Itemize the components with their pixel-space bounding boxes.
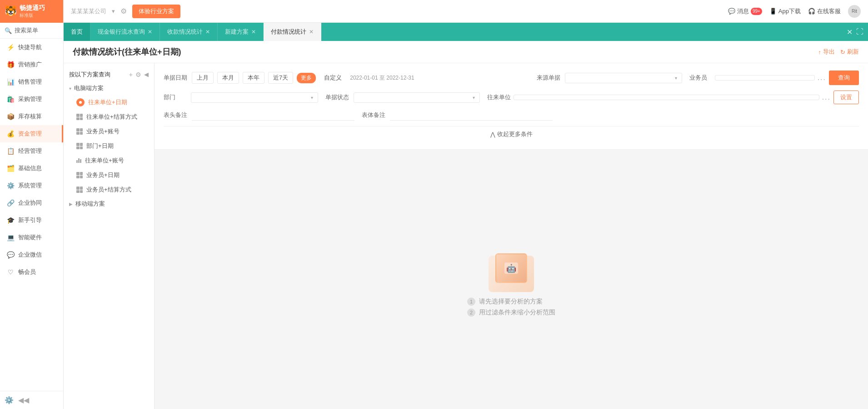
source-select[interactable]: ▾ xyxy=(565,73,682,83)
tab-home[interactable]: 首页 xyxy=(64,23,90,41)
sidebar-item-label: 库存核算 xyxy=(18,112,42,121)
dept-select[interactable]: ▾ xyxy=(191,92,318,103)
table-header-note-input[interactable] xyxy=(192,110,354,121)
quick-nav-icon: ⚡ xyxy=(6,43,15,51)
scheme-item-unit-account[interactable]: 往来单位+账号 xyxy=(64,153,154,168)
tab-bank-flow-close[interactable]: ✕ xyxy=(148,29,152,35)
collapse-sidebar-icon[interactable]: ◀◀ xyxy=(18,396,29,404)
message-badge: 99+ xyxy=(751,8,762,15)
scheme-item-label: 业务员+账号 xyxy=(86,127,120,136)
tab-payment-stats-close[interactable]: ✕ xyxy=(309,29,314,35)
export-btn[interactable]: ↑ 导出 xyxy=(818,48,835,56)
scheme-collapse-btn[interactable]: ◀ xyxy=(144,71,149,78)
this-year-btn[interactable]: 本年 xyxy=(243,72,264,84)
scheme-item-unit-settle[interactable]: 往来单位+结算方式 xyxy=(64,110,154,124)
scheme-settings-btn[interactable]: ⚙ xyxy=(135,71,141,78)
export-label: 导出 xyxy=(823,48,835,56)
empty-hint-2: 2 用过滤条件来缩小分析范围 xyxy=(467,308,555,317)
sidebar-item-enterprise[interactable]: 🔗 企业协同 xyxy=(0,194,63,212)
filter-date-col: 单据日期 上月 本月 本年 近7天 更多 自定义 2022-01-01 至 20… xyxy=(164,72,529,84)
this-month-btn[interactable]: 本月 xyxy=(217,72,239,84)
sidebar-item-hardware[interactable]: 💻 智能硬件 xyxy=(0,229,63,246)
scheme-item-staff-settle[interactable]: 业务员+结算方式 xyxy=(64,182,154,197)
tab-payment-stats[interactable]: 付款情况统计 ✕ xyxy=(264,23,321,41)
sidebar-item-quick-nav[interactable]: ⚡ 快捷导航 xyxy=(0,39,63,56)
tab-bank-flow[interactable]: 现金银行流水查询 ✕ xyxy=(90,23,160,41)
date-label: 单据日期 xyxy=(164,74,187,82)
sidebar-item-inventory[interactable]: 📦 库存核算 xyxy=(0,108,63,125)
collapse-more-btn[interactable]: ⋀ 收起更多条件 xyxy=(164,126,859,142)
sidebar-item-label: 营销推广 xyxy=(18,61,42,69)
sidebar-header: 🐯 畅捷通巧 标准版 xyxy=(0,0,63,23)
messages-btn[interactable]: 💬 消息 99+ xyxy=(728,7,762,15)
tab-new-scheme-close[interactable]: ✕ xyxy=(251,29,256,35)
sidebar-search[interactable]: 🔍 搜索菜单 xyxy=(0,23,63,39)
finance-icon: 💰 xyxy=(6,130,15,138)
custom-btn[interactable]: 自定义 xyxy=(319,72,346,83)
tab-home-label: 首页 xyxy=(71,28,83,36)
sidebar-item-sales[interactable]: 📊 销售管理 xyxy=(0,73,63,91)
scheme-item-staff-account[interactable]: 业务员+账号 xyxy=(64,124,154,139)
trial-btn[interactable]: 体验行业方案 xyxy=(132,5,180,18)
avatar[interactable]: Rit xyxy=(848,5,861,18)
member-icon: ♡ xyxy=(6,268,15,276)
unit-select[interactable] xyxy=(514,95,819,100)
scheme-mobile-group-header[interactable]: ▶ 移动端方案 xyxy=(64,197,154,211)
hint2-text: 用过滤条件来缩小分析范围 xyxy=(479,308,555,317)
doc-status-select[interactable]: ▾ xyxy=(354,92,480,103)
sidebar-item-purchase[interactable]: 🛍️ 采购管理 xyxy=(0,91,63,108)
staff-select[interactable] xyxy=(715,75,815,81)
last-month-btn[interactable]: 上月 xyxy=(192,72,214,84)
hint1-text: 请先选择要分析的方案 xyxy=(479,298,543,306)
sidebar-item-guide[interactable]: 🎓 新手引导 xyxy=(0,212,63,229)
scheme-item-staff-date[interactable]: 业务员+日期 xyxy=(64,168,154,182)
expand-tabs-btn[interactable]: ⛶ xyxy=(856,28,863,36)
page-header: 付款情况统计(往来单位+日期) ↑ 导出 ↻ 刷新 xyxy=(64,41,868,63)
settings-btn[interactable]: 设置 xyxy=(833,91,859,104)
scheme-item-label: 部门+日期 xyxy=(86,142,114,150)
sidebar-item-operations[interactable]: 📋 经营管理 xyxy=(0,142,63,160)
tab-receipt-stats-close[interactable]: ✕ xyxy=(205,29,210,35)
logo-icon: 🐯 xyxy=(5,5,17,17)
export-icon: ↑ xyxy=(818,49,822,56)
sidebar-item-marketing[interactable]: 🎁 营销推广 xyxy=(0,56,63,73)
tab-receipt-stats-label: 收款情况统计 xyxy=(167,28,203,36)
tab-new-scheme[interactable]: 新建方案 ✕ xyxy=(218,23,264,41)
page-area: 付款情况统计(往来单位+日期) ↑ 导出 ↻ 刷新 按以下方案查询 + xyxy=(64,41,868,409)
unit-more-btn[interactable]: ... xyxy=(822,93,831,101)
scheme-item-dept-date[interactable]: 部门+日期 xyxy=(64,139,154,153)
empty-state: 🤖 1 请先选择要分析的方案 2 用过滤条件来缩小分析范围 xyxy=(467,242,555,317)
results-area: 🤖 1 请先选择要分析的方案 2 用过滤条件来缩小分析范围 xyxy=(155,150,868,409)
close-all-tabs-btn[interactable]: ✕ xyxy=(847,28,853,36)
source-label: 来源单据 xyxy=(537,74,560,82)
sidebar-nav: ⚡ 快捷导航 🎁 营销推广 📊 销售管理 🛍️ 采购管理 📦 库存核算 💰 资金… xyxy=(0,39,63,391)
sidebar-item-label: 企业微信 xyxy=(18,251,42,259)
add-scheme-btn[interactable]: + xyxy=(129,71,133,78)
online-service-btn[interactable]: 🎧 在线客服 xyxy=(808,7,841,15)
sidebar-item-basic-info[interactable]: 🗂️ 基础信息 xyxy=(0,160,63,177)
sidebar-item-label: 基础信息 xyxy=(18,164,42,172)
scheme-desktop-group-header[interactable]: ▾ 电脑端方案 xyxy=(64,81,154,95)
last7-btn[interactable]: 近7天 xyxy=(268,72,293,84)
source-chevron-icon: ▾ xyxy=(675,76,677,81)
collapse-more-section: ⋀ 收起更多条件 xyxy=(164,126,859,142)
doc-status-chevron-icon: ▾ xyxy=(473,95,475,100)
sidebar-item-finance[interactable]: 💰 资金管理 xyxy=(0,125,63,142)
settings-footer-icon[interactable]: ⚙️ xyxy=(5,396,14,404)
staff-more-btn[interactable]: ... xyxy=(818,74,826,82)
scheme-item-label: 业务员+日期 xyxy=(86,171,120,179)
scheme-item-label: 往来单位+日期 xyxy=(88,98,127,106)
sidebar-item-weixin[interactable]: 💬 企业微信 xyxy=(0,246,63,263)
topbar-settings-icon[interactable]: ⚙ xyxy=(120,7,127,15)
tab-receipt-stats[interactable]: 收款情况统计 ✕ xyxy=(160,23,218,41)
table-body-note-input[interactable] xyxy=(390,110,553,121)
more-btn[interactable]: 更多 xyxy=(297,73,316,83)
sidebar-item-system[interactable]: ⚙️ 系统管理 xyxy=(0,177,63,194)
refresh-btn[interactable]: ↻ 刷新 xyxy=(840,48,859,56)
query-btn[interactable]: 查询 xyxy=(829,71,859,85)
tabbar: 首页 现金银行流水查询 ✕ 收款情况统计 ✕ 新建方案 ✕ 付款情况统计 ✕ ✕… xyxy=(64,23,868,41)
tabbar-controls: ✕ ⛶ xyxy=(842,28,868,36)
app-download-btn[interactable]: 📱 App下载 xyxy=(769,7,801,15)
scheme-item-unit-date[interactable]: 往来单位+日期 xyxy=(64,95,154,110)
sidebar-item-member[interactable]: ♡ 畅会员 xyxy=(0,263,63,281)
